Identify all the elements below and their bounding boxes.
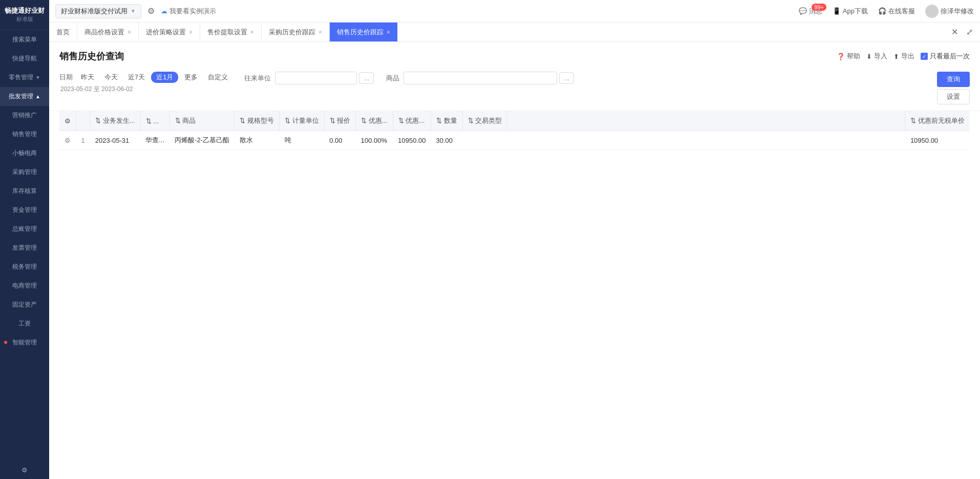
source-unit-dots-button[interactable]: ... <box>359 72 374 84</box>
settings-button[interactable]: 设置 <box>937 89 970 104</box>
source-unit-filter: 往来单位 ... <box>244 72 374 84</box>
settings-icon[interactable]: ⚙ <box>147 6 155 16</box>
tab-label: 首页 <box>56 28 70 37</box>
data-table-wrap: ⚙ ⇅ 业务发生... ⇅ ... ⇅ 商品 <box>49 111 980 150</box>
product-filter: 商品 ... <box>386 72 574 84</box>
notification-dot <box>4 341 7 344</box>
app-download-button[interactable]: 📱 App下载 <box>833 7 868 16</box>
col-product[interactable]: ⇅ 商品 <box>169 111 235 131</box>
user-menu[interactable]: 徐泽华修改 <box>925 5 974 18</box>
sidebar-item-marketing[interactable]: 营销推广 <box>0 106 49 125</box>
close-icon[interactable]: × <box>387 29 390 36</box>
sidebar-settings[interactable]: ⚙ <box>0 461 49 479</box>
sidebar-item-quick-nav[interactable]: 快捷导航 <box>0 49 49 68</box>
sidebar-item-finance[interactable]: 资金管理 <box>0 201 49 220</box>
app-logo: 畅捷通好业财 标准版 <box>0 0 49 30</box>
user-name: 徐泽华修改 <box>941 7 974 16</box>
gear-icon: ⚙ <box>22 466 28 474</box>
sidebar-item-ecommerce[interactable]: 电商管理 <box>0 276 49 295</box>
col-biz-date[interactable]: ⇅ 业务发生... <box>90 111 140 131</box>
close-window-button[interactable]: ✕ <box>948 26 961 38</box>
sidebar-item-tax[interactable]: 税务管理 <box>0 257 49 276</box>
col-qty[interactable]: ⇅ 数量 <box>431 111 463 131</box>
sidebar-item-label: 库存核算 <box>12 187 37 194</box>
sidebar-item-search[interactable]: 搜索菜单 <box>0 30 49 49</box>
table-settings-icon[interactable]: ⚙ <box>65 117 71 125</box>
sidebar-item-invoice[interactable]: 发票管理 <box>0 238 49 257</box>
tab-purchase-history[interactable]: 采购历史价跟踪 × <box>262 23 330 42</box>
sidebar-item-ecommerce-small[interactable]: 小畅电商 <box>0 144 49 163</box>
sidebar-item-sales[interactable]: 销售管理 <box>0 125 49 144</box>
only-last-checkbox[interactable]: 只看最后一次 <box>921 52 970 61</box>
sidebar-item-purchase[interactable]: 采购管理 <box>0 163 49 182</box>
data-table: ⚙ ⇅ 业务发生... ⇅ ... ⇅ 商品 <box>59 111 970 150</box>
col-discount1[interactable]: ⇅ 优惠... <box>356 111 393 131</box>
topbar-right: 💬 消息 99+ 📱 App下载 🎧 在线客服 徐泽华修改 <box>799 5 974 18</box>
col-more[interactable]: ⇅ ... <box>140 111 169 131</box>
date-buttons: 昨天 今天 近7天 近1月 更多 自定义 <box>77 72 232 83</box>
online-service-label: 在线客服 <box>888 7 915 16</box>
import-label: 导入 <box>874 52 887 61</box>
sidebar-item-wholesale[interactable]: 批发管理 ▲ <box>0 87 49 106</box>
version-selector-text: 好业财标准版交付试用 <box>61 7 127 16</box>
col-pretax-price[interactable]: ⇅ 优惠前无税单价 <box>905 111 970 131</box>
date-custom[interactable]: 自定义 <box>204 72 232 83</box>
row-settings[interactable]: ⚙ <box>59 131 76 150</box>
sort-icon: ⇅ <box>468 117 474 124</box>
col-quote[interactable]: ⇅ 报价 <box>324 111 356 131</box>
sort-icon: ⇅ <box>95 117 101 124</box>
sidebar-item-smart[interactable]: 智能管理 <box>0 333 49 352</box>
sidebar-item-label: 采购管理 <box>12 168 37 176</box>
version-selector[interactable]: 好业财标准版交付试用 ▼ <box>55 4 141 18</box>
date-7days[interactable]: 近7天 <box>124 72 149 83</box>
source-unit-input[interactable] <box>275 72 357 84</box>
close-icon[interactable]: × <box>189 29 193 36</box>
sort-icon: ⇅ <box>910 117 916 124</box>
demo-link[interactable]: ☁ 我要看实例演示 <box>161 7 216 16</box>
col-spec[interactable]: ⇅ 规格型号 <box>235 111 280 131</box>
sidebar-item-label: 电商管理 <box>12 282 37 289</box>
date-yesterday[interactable]: 昨天 <box>77 72 98 83</box>
main-content: 好业财标准版交付试用 ▼ ⚙ ☁ 我要看实例演示 💬 消息 99+ 📱 App下… <box>49 0 980 479</box>
sidebar-item-label: 搜索菜单 <box>12 36 37 43</box>
date-today[interactable]: 今天 <box>100 72 122 83</box>
sidebar-item-label: 小畅电商 <box>12 149 37 157</box>
export-button[interactable]: ⬆ 导出 <box>893 52 914 61</box>
message-icon: 💬 <box>799 7 807 15</box>
filter-action-buttons: 查询 设置 <box>937 72 970 104</box>
col-unit[interactable]: ⇅ 计量单位 <box>280 111 325 131</box>
tab-sale-price[interactable]: 售价提取设置 × <box>200 23 262 42</box>
sidebar-item-salary[interactable]: 工资 <box>0 314 49 333</box>
sidebar-item-label: 固定资产 <box>12 301 37 308</box>
sidebar-item-assets[interactable]: 固定资产 <box>0 295 49 314</box>
tab-pricing-strategy[interactable]: 进价策略设置 × <box>139 23 200 42</box>
import-button[interactable]: ⬇ 导入 <box>866 52 887 61</box>
close-icon[interactable]: × <box>318 29 322 36</box>
date-1month[interactable]: 近1月 <box>151 72 178 83</box>
sidebar-item-general-ledger[interactable]: 总账管理 <box>0 220 49 238</box>
chevron-icon: ▼ <box>35 75 40 80</box>
close-icon[interactable]: × <box>250 29 254 36</box>
tab-sale-history[interactable]: 销售历史价跟踪 × <box>330 23 398 42</box>
col-trade-type[interactable]: ⇅ 交易类型 <box>462 111 507 131</box>
table-row: ⚙ 1 2023-05-31 华查... 丙烯酸-2-乙基己酯 散水 吨 0.0… <box>59 131 970 150</box>
sidebar-item-inventory[interactable]: 库存核算 <box>0 182 49 201</box>
help-button[interactable]: ❓ 帮助 <box>837 52 860 61</box>
cloud-icon: ☁ <box>161 7 167 15</box>
sidebar-item-label: 快捷导航 <box>12 55 37 62</box>
col-discount2[interactable]: ⇅ 优惠... <box>393 111 431 131</box>
message-button[interactable]: 💬 消息 99+ <box>799 7 822 16</box>
tabbar: 首页 商品价格设置 × 进价策略设置 × 售价提取设置 × 采购历史价跟踪 × … <box>49 23 980 42</box>
tab-home[interactable]: 首页 <box>49 23 77 42</box>
online-service-button[interactable]: 🎧 在线客服 <box>878 7 915 16</box>
close-icon[interactable]: × <box>127 29 131 36</box>
date-more[interactable]: 更多 <box>180 72 202 83</box>
sidebar-item-retail[interactable]: 零售管理 ▼ <box>0 68 49 87</box>
source-unit-input-wrap: ... <box>275 72 374 84</box>
query-button[interactable]: 查询 <box>937 72 970 87</box>
product-input-wrap: ... <box>403 72 574 84</box>
maximize-button[interactable]: ⤢ <box>963 26 976 38</box>
product-dots-button[interactable]: ... <box>559 72 574 84</box>
product-input[interactable] <box>403 72 557 84</box>
tab-price-settings[interactable]: 商品价格设置 × <box>77 23 139 42</box>
